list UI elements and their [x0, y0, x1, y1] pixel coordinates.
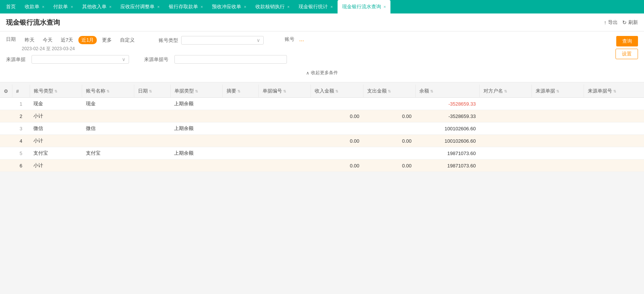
row-source-doc — [532, 135, 584, 147]
th-income[interactable]: 收入金额⇅ — [311, 85, 363, 98]
date-filter-label: 日期 — [6, 36, 16, 43]
close-icon[interactable]: × — [330, 0, 333, 13]
sort-icon: ⇅ — [107, 89, 110, 93]
th-doc-type[interactable]: 单据类型⇅ — [170, 85, 222, 98]
row-doc-no — [259, 160, 311, 172]
sort-icon: ⇅ — [613, 89, 616, 93]
row-summary — [222, 122, 258, 135]
export-button[interactable]: ↑ 导出 — [604, 19, 618, 26]
th-gear[interactable]: ⚙ — [0, 85, 12, 98]
row-account-name — [82, 110, 134, 122]
th-source-doc-no[interactable]: 来源单据号⇅ — [584, 85, 644, 98]
th-balance[interactable]: 余额⇅ — [415, 85, 479, 98]
th-counterpart[interactable]: 对方户名⇅ — [479, 85, 531, 98]
row-doc-type: 上期余额 — [170, 147, 222, 160]
row-summary — [222, 160, 258, 172]
sort-icon: ⇅ — [556, 89, 559, 93]
close-icon[interactable]: × — [42, 0, 44, 13]
row-doc-type: 上期余额 — [170, 98, 222, 110]
row-seq: 6 — [12, 160, 30, 172]
row-source-doc — [532, 160, 584, 172]
filter-actions: 查询 设置 — [615, 36, 638, 59]
th-source-doc[interactable]: 来源单据⇅ — [532, 85, 584, 98]
nav-home[interactable]: 首页 — [2, 0, 20, 13]
close-icon[interactable]: × — [287, 0, 290, 13]
row-counterpart — [479, 160, 531, 172]
nav-other-income[interactable]: 其他收入单 × — [78, 0, 116, 13]
sort-icon: ⇅ — [54, 89, 57, 93]
row-source-doc-no — [584, 160, 644, 172]
account-ellipsis-button[interactable]: ... — [297, 36, 305, 43]
close-icon[interactable]: × — [201, 0, 203, 13]
th-doc-no[interactable]: 单据编号⇅ — [259, 85, 311, 98]
nav-prepay-offset[interactable]: 预收冲应收单 × — [207, 0, 251, 13]
row-doc-no — [259, 98, 311, 110]
row-gear — [0, 98, 12, 110]
settings-button[interactable]: 设置 — [615, 49, 638, 59]
sort-icon: ⇅ — [149, 89, 152, 93]
date-opt-today[interactable]: 今天 — [40, 36, 56, 44]
row-expense: 0.00 — [363, 135, 415, 147]
row-source-doc-no — [584, 147, 644, 160]
row-source-doc — [532, 147, 584, 160]
row-doc-no — [259, 110, 311, 122]
th-account-name[interactable]: 账号名称⇅ — [82, 85, 134, 98]
nav-receipts[interactable]: 收款单 × — [20, 0, 49, 13]
row-account-name — [82, 160, 134, 172]
date-opt-more[interactable]: 更多 — [99, 36, 115, 44]
date-opt-yesterday[interactable]: 昨天 — [22, 36, 38, 44]
date-opt-7days[interactable]: 近7天 — [58, 36, 76, 44]
close-icon[interactable]: × — [71, 0, 73, 13]
row-date — [134, 147, 170, 160]
collapse-bar[interactable]: ∧ 收起更多条件 — [6, 68, 638, 78]
refresh-button[interactable]: ↻ 刷新 — [622, 19, 638, 26]
table-header-row: ⚙ # 账号类型⇅ 账号名称⇅ 日期⇅ 单据类型⇅ 摘要⇅ — [0, 85, 644, 98]
row-gear — [0, 160, 12, 172]
close-icon[interactable]: × — [109, 0, 111, 13]
row-doc-no — [259, 122, 311, 135]
close-icon[interactable]: × — [157, 0, 159, 13]
row-seq: 5 — [12, 147, 30, 160]
source-doc-select[interactable]: ∨ — [32, 55, 129, 64]
row-income — [311, 122, 363, 135]
date-opt-custom[interactable]: 自定义 — [117, 36, 138, 44]
th-account-type[interactable]: 账号类型⇅ — [30, 85, 82, 98]
th-expense[interactable]: 支出金额⇅ — [363, 85, 415, 98]
close-icon[interactable]: × — [244, 0, 246, 13]
nav-payments[interactable]: 付款单 × — [49, 0, 77, 13]
source-doc-num-label: 来源单据号 — [144, 56, 168, 63]
date-options: 昨天 今天 近7天 近1月 更多 自定义 — [22, 36, 138, 44]
row-seq: 4 — [12, 135, 30, 147]
date-opt-1month[interactable]: 近1月 — [78, 36, 97, 44]
row-account-name — [82, 135, 134, 147]
row-account-name: 现金 — [82, 98, 134, 110]
close-icon[interactable]: × — [384, 0, 386, 13]
row-account-type: 小计 — [30, 160, 82, 172]
th-date[interactable]: 日期⇅ — [134, 85, 170, 98]
row-source-doc — [532, 98, 584, 110]
gear-icon: ⚙ — [4, 88, 8, 94]
row-counterpart — [479, 98, 531, 110]
table-row: 4 小计 0.00 0.00 100102606.60 — [0, 135, 644, 147]
row-doc-type — [170, 160, 222, 172]
row-date — [134, 110, 170, 122]
nav-ar-ap-adjust[interactable]: 应收应付调整单 × — [116, 0, 164, 13]
sort-icon: ⇅ — [504, 89, 507, 93]
nav-bank-deposit[interactable]: 银行存取款单 × — [164, 0, 207, 13]
nav-receipt-verify[interactable]: 收款核销执行 × — [251, 0, 294, 13]
row-gear — [0, 135, 12, 147]
row-account-type: 微信 — [30, 122, 82, 135]
row-summary — [222, 135, 258, 147]
table-container: ⚙ # 账号类型⇅ 账号名称⇅ 日期⇅ 单据类型⇅ 摘要⇅ — [0, 85, 644, 172]
row-income — [311, 98, 363, 110]
chevron-down-icon: ∨ — [257, 37, 260, 43]
source-doc-num-input[interactable] — [174, 55, 287, 64]
nav-cash-bank-stat[interactable]: 现金银行统计 × — [294, 0, 337, 13]
nav-cash-bank-flow[interactable]: 现金银行流水查询 × — [338, 0, 390, 13]
table-row: 2 小计 0.00 0.00 -3528659.33 — [0, 110, 644, 122]
row-balance: -3528659.33 — [415, 98, 479, 110]
account-type-select[interactable]: ∨ — [181, 36, 264, 45]
row-gear — [0, 122, 12, 135]
th-summary[interactable]: 摘要⇅ — [222, 85, 258, 98]
query-button[interactable]: 查询 — [616, 36, 638, 46]
